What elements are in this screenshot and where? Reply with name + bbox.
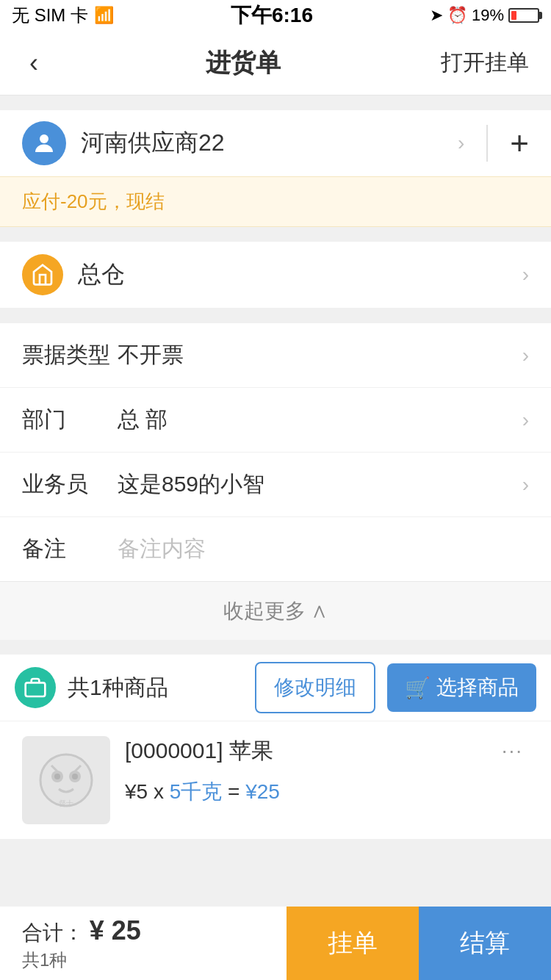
total-amount: ¥ 25: [90, 915, 141, 945]
product-count-text: 共1种商品: [68, 673, 243, 703]
note-row[interactable]: 备注 备注内容: [0, 516, 551, 581]
supplier-row[interactable]: 河南供应商22 › +: [0, 110, 551, 176]
supplier-avatar: [22, 121, 66, 165]
location-icon: ➤: [430, 6, 443, 25]
department-row[interactable]: 部门 总 部 ›: [0, 387, 551, 452]
supplier-name: 河南供应商22: [81, 127, 458, 159]
supplier-arrow-icon: ›: [458, 131, 464, 155]
gap-4: [0, 640, 551, 655]
total-label: 合计：: [22, 921, 84, 944]
salesperson-row[interactable]: 业务员 这是859的小智 ›: [0, 452, 551, 516]
back-button[interactable]: ‹: [22, 40, 46, 86]
product-item: 督十 [0000001] 苹果 ¥5 x 5千克 = ¥25 ···: [0, 721, 551, 839]
supplier-section: 河南供应商22 › + 应付-20元，现结: [0, 110, 551, 227]
wifi-icon: 📶: [94, 6, 114, 25]
status-left: 无 SIM 卡 📶: [12, 4, 114, 27]
note-label: 备注: [22, 534, 118, 564]
product-header: 共1种商品 修改明细 🛒 选择商品: [0, 655, 551, 721]
gap-1: [0, 96, 551, 110]
svg-point-6: [72, 774, 78, 779]
add-button[interactable]: +: [510, 125, 529, 162]
total-count: 共1种: [22, 948, 264, 972]
salesperson-arrow: ›: [522, 473, 529, 497]
warehouse-row[interactable]: 总仓 ›: [0, 242, 551, 308]
select-product-button[interactable]: 🛒 选择商品: [387, 663, 536, 712]
warehouse-section: 总仓 ›: [0, 242, 551, 308]
status-right: ➤ ⏰ 19%: [430, 6, 539, 25]
ticket-type-arrow: ›: [522, 344, 529, 367]
note-placeholder: 备注内容: [118, 534, 529, 564]
svg-text:督十: 督十: [59, 799, 73, 807]
status-time: 下午6:16: [231, 1, 313, 29]
product-section: 共1种商品 修改明细 🛒 选择商品 督十 [0000001]: [0, 655, 551, 839]
supplier-divider: [486, 125, 488, 162]
product-count-icon: [15, 667, 56, 708]
battery-icon: [508, 8, 539, 23]
product-total: ¥25: [245, 780, 280, 803]
department-arrow: ›: [522, 408, 529, 432]
carrier-text: 无 SIM 卡: [12, 4, 88, 27]
battery-percent: 19%: [472, 6, 504, 25]
collapse-label: 收起更多 ∧: [223, 597, 328, 625]
select-product-icon: 🛒: [405, 676, 431, 700]
payment-notice: 应付-20元，现结: [0, 176, 551, 227]
gap-3: [0, 308, 551, 323]
nav-bar: ‹ 进货单 打开挂单: [0, 31, 551, 96]
total-row: 合计： ¥ 25: [22, 915, 264, 947]
product-code: [0000001]: [125, 738, 223, 763]
product-name: [0000001] 苹果: [125, 736, 481, 766]
product-more-button[interactable]: ···: [496, 736, 529, 765]
ticket-type-value: 不开票: [118, 340, 522, 370]
svg-point-2: [40, 754, 92, 806]
svg-rect-1: [26, 682, 46, 696]
ticket-type-label: 票据类型: [22, 340, 118, 370]
open-pending-button[interactable]: 打开挂单: [441, 48, 529, 78]
product-price-row: ¥5 x 5千克 = ¥25: [125, 778, 481, 806]
warehouse-name: 总仓: [78, 259, 522, 291]
pending-button[interactable]: 挂单: [287, 907, 419, 980]
unit-price: ¥5: [125, 780, 148, 803]
collapse-button[interactable]: 收起更多 ∧: [0, 581, 551, 640]
form-section: 票据类型 不开票 › 部门 总 部 › 业务员 这是859的小智 › 备注 备注…: [0, 323, 551, 640]
quantity: 5千克: [170, 780, 223, 803]
page-title: 进货单: [206, 46, 281, 80]
modify-detail-button[interactable]: 修改明细: [255, 662, 375, 713]
gap-2: [0, 227, 551, 242]
checkout-label: 结算: [460, 926, 510, 960]
department-label: 部门: [22, 405, 118, 435]
alarm-icon: ⏰: [447, 6, 467, 25]
pending-label: 挂单: [328, 926, 378, 960]
warehouse-arrow-icon: ›: [522, 263, 529, 287]
status-bar: 无 SIM 卡 📶 下午6:16 ➤ ⏰ 19%: [0, 0, 551, 31]
select-product-label: 选择商品: [436, 674, 519, 702]
product-title-text: 苹果: [229, 738, 273, 763]
checkout-button[interactable]: 结算: [419, 907, 551, 980]
product-thumbnail: 督十: [22, 736, 110, 824]
bottom-bar: 合计： ¥ 25 共1种 挂单 结算: [0, 907, 551, 980]
department-value: 总 部: [118, 405, 522, 435]
svg-point-0: [40, 134, 48, 143]
equals-sign: =: [228, 780, 245, 803]
salesperson-label: 业务员: [22, 469, 118, 500]
multiply-sign: x: [154, 780, 170, 803]
product-info: [0000001] 苹果 ¥5 x 5千克 = ¥25: [125, 736, 481, 806]
warehouse-icon: [22, 254, 63, 295]
total-section: 合计： ¥ 25 共1种: [0, 907, 287, 980]
salesperson-value: 这是859的小智: [118, 469, 522, 500]
svg-point-5: [54, 774, 60, 779]
ticket-type-row[interactable]: 票据类型 不开票 ›: [0, 323, 551, 387]
